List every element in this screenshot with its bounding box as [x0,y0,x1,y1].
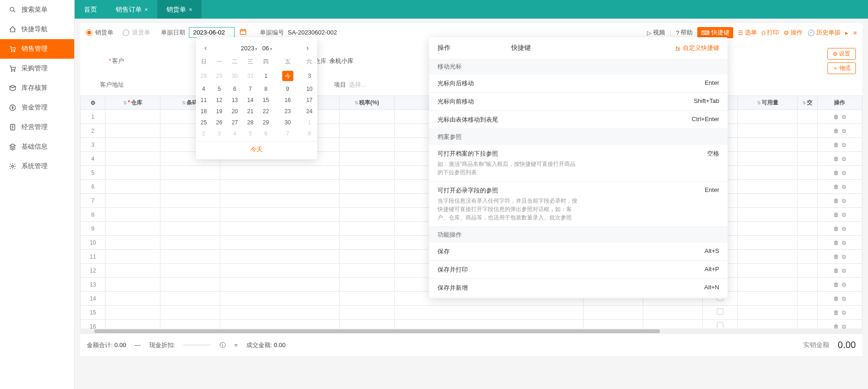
calendar-day[interactable]: 4 [196,83,211,95]
sidebar-item-5[interactable]: 资金管理 [0,98,74,117]
calendar-day[interactable]: 28 [243,117,258,128]
close-icon[interactable]: × [145,7,148,13]
warehouse-value[interactable]: 余杭小库 [329,57,395,65]
operate-button[interactable]: ⚙操作 [784,28,803,37]
delete-icon[interactable]: 🗑 [833,309,839,316]
copy-icon[interactable]: ⧉ [842,114,846,120]
calendar-day[interactable]: 20 [227,106,243,117]
calendar-day[interactable]: 5 [243,128,258,139]
shortcut-button[interactable]: ⌨快捷键 [697,27,733,38]
help-button[interactable]: ?帮助 [676,28,693,37]
calendar-day[interactable]: 7 [274,128,302,139]
project-value[interactable]: 选择... [349,81,414,89]
custom-shortcut-button[interactable]: 自定义快捷键 [674,44,719,52]
tab-1[interactable]: 销售订单× [106,0,157,19]
delete-icon[interactable]: 🗑 [833,170,839,176]
calendar-day[interactable]: 25 [196,117,211,128]
calendar-day[interactable]: 3 [302,68,317,83]
list-icon[interactable]: ≡ [853,29,857,36]
sidebar-item-4[interactable]: 库存核算 [0,78,74,98]
select-button[interactable]: ☰选单 [738,28,757,37]
sidebar-item-6[interactable]: 经营管理 [0,117,74,137]
delete-icon[interactable]: 🗑 [833,212,839,218]
sidebar-item-0[interactable]: 搜索菜单 [0,0,74,20]
copy-icon[interactable]: ⧉ [842,239,846,246]
copy-icon[interactable]: ⧉ [842,295,846,302]
next-icon[interactable]: ▸ [845,29,848,36]
delete-icon[interactable]: 🗑 [833,114,839,120]
calendar-day[interactable]: 今 [274,68,302,83]
calendar-day[interactable]: 22 [258,106,273,117]
copy-icon[interactable]: ⧉ [842,267,846,274]
calendar-day[interactable]: 28 [196,68,211,83]
tab-2[interactable]: 销货单× [157,0,201,19]
calendar-day[interactable]: 9 [274,83,302,95]
calendar-day[interactable]: 1 [258,68,273,83]
calendar-next[interactable]: › [304,44,312,52]
radio-return[interactable] [123,29,129,36]
col-warehouse[interactable]: ⇅*仓库 [105,96,160,110]
radio-sale[interactable] [86,29,92,36]
calendar-icon[interactable] [239,28,247,37]
calendar-day[interactable]: 26 [211,117,227,128]
delete-icon[interactable]: 🗑 [833,281,839,288]
calendar-day[interactable]: 31 [243,68,258,83]
copy-icon[interactable]: ⧉ [842,184,846,190]
calendar-day[interactable]: 30 [227,68,243,83]
calendar-day[interactable]: 8 [258,83,273,95]
calendar-today-button[interactable]: 今天 [196,141,317,156]
delete-icon[interactable]: 🗑 [833,295,839,302]
copy-icon[interactable]: ⧉ [842,323,846,329]
copy-icon[interactable]: ⧉ [842,198,846,204]
copy-icon[interactable]: ⧉ [842,156,846,162]
tab-0[interactable]: 首页 [75,0,106,19]
calendar-day[interactable]: 10 [302,83,317,95]
calendar-day[interactable]: 3 [211,128,227,139]
setting-button[interactable]: ⚙设置 [827,48,856,60]
table-row[interactable]: 16🗑⧉ [81,320,862,329]
print-button[interactable]: ⎙打印 [762,28,779,37]
copy-icon[interactable]: ⧉ [842,309,846,316]
calendar-day[interactable]: 7 [243,83,258,95]
calendar-day[interactable]: 17 [302,95,317,106]
calendar-day[interactable]: 5 [211,83,227,95]
delete-icon[interactable]: 🗑 [833,128,839,134]
col-gear[interactable]: ⚙ [81,96,105,110]
info-icon[interactable]: ⓘ [220,341,226,349]
close-icon[interactable]: × [189,7,192,13]
calendar-day[interactable]: 18 [196,106,211,117]
calendar-year[interactable]: 2023 [241,45,257,52]
calendar-day[interactable]: 14 [243,95,258,106]
calendar-day[interactable]: 29 [258,117,273,128]
delete-icon[interactable]: 🗑 [833,156,839,162]
sidebar-item-3[interactable]: 采购管理 [0,59,74,78]
col-available[interactable]: ⇅可用量 [738,96,798,110]
calendar-day[interactable]: 1 [302,117,317,128]
calendar-day[interactable]: 6 [227,83,243,95]
copy-icon[interactable]: ⧉ [842,170,846,176]
copy-icon[interactable]: ⧉ [842,225,846,232]
sidebar-item-7[interactable]: 基础信息 [0,137,74,157]
copy-icon[interactable]: ⧉ [842,281,846,288]
calendar-day[interactable]: 15 [258,95,273,106]
delete-icon[interactable]: 🗑 [833,198,839,204]
sidebar-item-2[interactable]: 销售管理 [0,39,74,59]
calendar-day[interactable]: 30 [274,117,302,128]
gift-checkbox[interactable] [717,308,723,315]
calendar-day[interactable]: 19 [211,106,227,117]
copy-icon[interactable]: ⧉ [842,253,846,260]
video-button[interactable]: ▷视频 [647,28,665,37]
col-deliver[interactable]: ⇅交 [798,96,818,110]
calendar-day[interactable]: 6 [258,128,273,139]
delete-icon[interactable]: 🗑 [833,142,839,148]
delete-icon[interactable]: 🗑 [833,253,839,260]
delete-icon[interactable]: 🗑 [833,323,839,329]
logistics-button[interactable]: ＋物流 [827,62,856,74]
col-taxrate[interactable]: ⇅税率(%) [340,96,394,110]
history-button[interactable]: 🕘历史单据 [807,28,840,37]
calendar-day[interactable]: 12 [211,95,227,106]
calendar-day[interactable]: 16 [274,95,302,106]
copy-icon[interactable]: ⧉ [842,128,846,134]
copy-icon[interactable]: ⧉ [842,142,846,148]
calendar-day[interactable]: 13 [227,95,243,106]
